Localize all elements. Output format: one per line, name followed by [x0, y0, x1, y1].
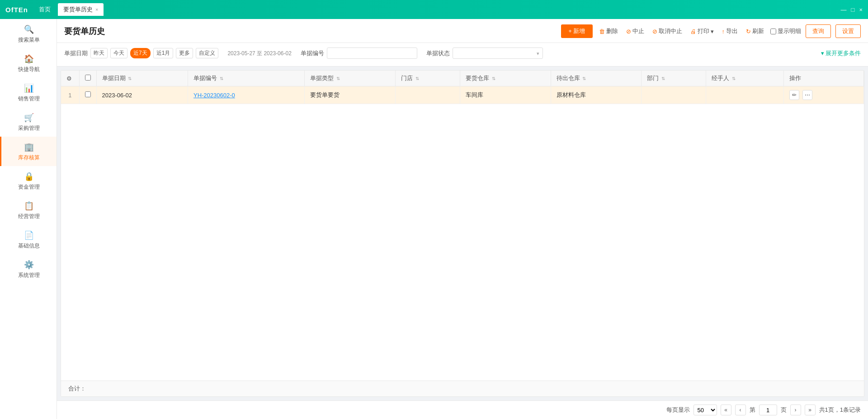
refresh-icon: ↻	[746, 28, 751, 35]
sort-handler-icon: ⇅	[732, 76, 736, 81]
expand-more-btn[interactable]: ▾ 展开更多条件	[821, 49, 861, 57]
cancel-stop-icon: ⊘	[652, 28, 657, 35]
search-menu-icon: 🔍	[24, 24, 34, 34]
last-page-btn[interactable]: »	[805, 405, 816, 415]
app-logo: OfTEn	[5, 6, 28, 14]
tab-history[interactable]: 要货单历史 ×	[58, 3, 104, 16]
data-table: ⚙ 单据日期 ⇅ 单据编号 ⇅	[61, 71, 864, 104]
row-num: 1	[61, 86, 79, 104]
row-doc-type: 要货单要货	[305, 86, 396, 104]
doc-status-select[interactable]	[453, 48, 543, 59]
date-custom-btn[interactable]: 自定义	[196, 48, 218, 58]
display-detail-check[interactable]	[770, 29, 776, 34]
col-req-warehouse[interactable]: 要货仓库 ⇅	[460, 71, 551, 86]
maximize-button[interactable]: □	[851, 6, 855, 13]
doc-num-filter-group: 单据编号	[301, 48, 417, 59]
per-page-select[interactable]: 50 10 20 100	[693, 405, 717, 415]
date-last7-btn[interactable]: 近7天	[130, 48, 151, 58]
expand-icon: ▾	[821, 50, 824, 57]
print-dropdown-icon: ▾	[711, 28, 714, 35]
sidebar-item-purchase[interactable]: 🛒 采购管理	[0, 107, 57, 137]
system-icon: ⚙️	[24, 260, 34, 270]
col-checkbox	[79, 71, 96, 86]
display-detail-checkbox[interactable]: 显示明细	[770, 27, 801, 35]
sidebar-item-label: 经营管理	[18, 213, 40, 220]
new-button[interactable]: + 新增	[561, 24, 592, 38]
export-button[interactable]: ↑ 导出	[720, 26, 740, 37]
sidebar-item-label: 系统管理	[18, 271, 40, 279]
tab-home[interactable]: 首页	[33, 3, 56, 16]
inventory-icon: 🏢	[24, 142, 34, 152]
close-tab-icon[interactable]: ×	[95, 7, 98, 12]
toolbar: + 新增 🗑 删除 ⊘ 中止 ⊘ 取消中止 🖨 打	[561, 24, 861, 38]
select-all-checkbox[interactable]	[85, 75, 91, 81]
settings-button[interactable]: 设置	[835, 24, 861, 38]
delete-button[interactable]: 🗑 删除	[597, 26, 620, 37]
table-area: ⚙ 单据日期 ⇅ 单据编号 ⇅	[61, 70, 864, 397]
minimize-button[interactable]: —	[841, 6, 847, 13]
sidebar-item-label: 搜索菜单	[18, 36, 40, 44]
row-pending-warehouse: 原材料仓库	[551, 86, 642, 104]
print-button[interactable]: 🖨 打印 ▾	[689, 26, 716, 37]
row-req-warehouse: 车间库	[460, 86, 551, 104]
row-doc-num-link[interactable]: YH-20230602-0	[193, 92, 235, 99]
sort-req-warehouse-icon: ⇅	[492, 76, 495, 81]
date-more-btn[interactable]: 更多	[176, 48, 193, 58]
purchase-icon: 🛒	[24, 113, 34, 123]
col-handler[interactable]: 经手人 ⇅	[706, 71, 784, 86]
table-row: 1 2023-06-02 YH-20230602-0 要货单要货 车间库	[61, 86, 864, 104]
col-pending-warehouse[interactable]: 待出仓库 ⇅	[551, 71, 642, 86]
sidebar-item-search-menu[interactable]: 🔍 搜索菜单	[0, 19, 57, 48]
col-doc-type[interactable]: 单据类型 ⇅	[305, 71, 396, 86]
col-dept[interactable]: 部门 ⇅	[642, 71, 706, 86]
sort-doc-type-icon: ⇅	[336, 76, 340, 81]
stop-button[interactable]: ⊘ 中止	[624, 26, 646, 37]
col-doc-num[interactable]: 单据编号 ⇅	[188, 71, 304, 86]
sidebar-item-finance[interactable]: 🔒 资金管理	[0, 166, 57, 195]
date-last-month-btn[interactable]: 近1月	[153, 48, 174, 58]
pagination: 每页显示 50 10 20 100 « ‹ 第 页 › » 共1页，1条记录	[57, 400, 868, 419]
sidebar-item-basic-info[interactable]: 📄 基础信息	[0, 225, 57, 254]
print-icon: 🖨	[690, 28, 696, 35]
sidebar-item-sales[interactable]: 📊 销售管理	[0, 78, 57, 107]
row-store	[396, 86, 460, 104]
row-checkbox[interactable]	[85, 91, 91, 97]
close-window-button[interactable]: ×	[859, 6, 863, 13]
cancel-stop-button[interactable]: ⊘ 取消中止	[651, 26, 684, 37]
sidebar-item-quick-nav[interactable]: 🏠 快捷导航	[0, 48, 57, 78]
col-settings[interactable]: ⚙	[61, 71, 79, 86]
row-doc-num: YH-20230602-0	[188, 86, 304, 104]
row-checkbox-cell	[79, 86, 96, 104]
page-input[interactable]	[759, 405, 777, 415]
col-date[interactable]: 单据日期 ⇅	[96, 71, 188, 86]
sidebar-item-label: 快捷导航	[18, 66, 40, 73]
date-today-btn[interactable]: 今天	[110, 48, 127, 58]
row-more-button[interactable]: ⋯	[802, 90, 812, 100]
sidebar-item-label: 资金管理	[18, 183, 40, 191]
table-footer: 合计：	[61, 381, 864, 396]
first-page-btn[interactable]: «	[721, 405, 731, 415]
sidebar-item-operations[interactable]: 📋 经营管理	[0, 195, 57, 225]
export-icon: ↑	[722, 28, 725, 35]
date-yesterday-btn[interactable]: 昨天	[90, 48, 108, 58]
col-store[interactable]: 门店 ⇅	[396, 71, 460, 86]
table-body: 1 2023-06-02 YH-20230602-0 要货单要货 车间库	[61, 86, 864, 104]
sidebar-item-label: 库存核算	[18, 154, 40, 162]
basic-info-icon: 📄	[24, 230, 34, 240]
sidebar-item-system[interactable]: ⚙️ 系统管理	[0, 254, 57, 284]
doc-num-label: 单据编号	[301, 49, 324, 57]
refresh-button[interactable]: ↻ 刷新	[744, 26, 766, 37]
col-operation: 操作	[783, 71, 863, 86]
next-page-btn[interactable]: ›	[790, 405, 801, 415]
sort-doc-num-icon: ⇅	[220, 76, 223, 81]
layout: 🔍 搜索菜单 🏠 快捷导航 📊 销售管理 🛒 采购管理 🏢 库存核算 🔒 资金管…	[0, 19, 868, 419]
doc-num-input[interactable]	[327, 48, 417, 59]
page-title: 要货单历史	[64, 26, 105, 37]
row-edit-button[interactable]: ✏	[789, 90, 799, 100]
prev-page-btn[interactable]: ‹	[735, 405, 746, 415]
sidebar-item-inventory[interactable]: 🏢 库存核算	[0, 137, 57, 166]
doc-status-label: 单据状态	[426, 49, 450, 57]
date-filter-label: 单据日期	[64, 49, 88, 57]
query-button[interactable]: 查询	[806, 24, 831, 38]
date-filter-group: 单据日期 昨天 今天 近7天 近1月 更多 自定义	[64, 48, 218, 58]
